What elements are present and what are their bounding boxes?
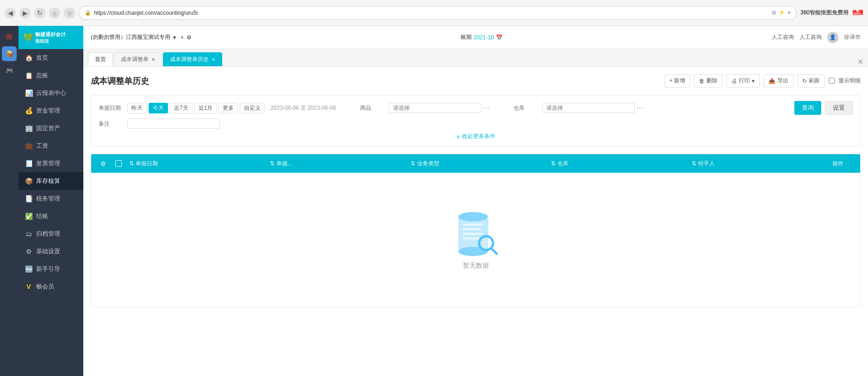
- tab-cost-adjustment-label: 成本调整单: [121, 56, 149, 63]
- user-name[interactable]: 徐译华: [844, 33, 861, 41]
- sidebar-item-tax[interactable]: 📑 税务管理: [19, 190, 83, 207]
- sidebar-item-home-label: 首页: [36, 54, 48, 62]
- new-button[interactable]: + 新增: [664, 74, 690, 88]
- date-btn-1month[interactable]: 近1月: [194, 103, 217, 113]
- home-button[interactable]: ⌂: [49, 7, 60, 19]
- table-settings-icon[interactable]: ⚙: [100, 160, 106, 167]
- th-num[interactable]: ⇅ 单据...: [266, 160, 407, 168]
- th-num-icon: ⇅: [270, 160, 275, 167]
- th-checkbox[interactable]: [112, 160, 125, 167]
- sidebar-item-inventory[interactable]: 📦 库存核算: [19, 172, 83, 190]
- print-button[interactable]: 🖨 打印 ▾: [726, 74, 760, 88]
- back-button[interactable]: ◀: [5, 7, 16, 19]
- tab-cost-adjustment-history[interactable]: 成本调整单历史 ✕: [163, 52, 222, 66]
- refresh-button[interactable]: ↻ 刷新: [797, 74, 825, 88]
- svg-rect-3: [463, 224, 483, 226]
- sidebar-item-archive[interactable]: 🗂 归档管理: [19, 225, 83, 243]
- sidebar-item-ledger[interactable]: 📋 总账: [19, 67, 83, 84]
- collapse-up-icon: ∧: [456, 133, 460, 140]
- sidebar-item-settings[interactable]: ⚙ 基础设置: [19, 243, 83, 260]
- reports-icon: 📊: [25, 89, 32, 97]
- vip-icon: V: [25, 283, 32, 290]
- empty-text: 暂无数据: [463, 262, 489, 270]
- th-num-label: 单据...: [276, 160, 292, 168]
- show-cols-checkbox-label[interactable]: 显示明细: [829, 77, 861, 85]
- settings-button[interactable]: 设置: [825, 101, 853, 115]
- date-btn-today[interactable]: 今天: [149, 103, 168, 113]
- address-bar[interactable]: 🔒 https://cloud.chanjet.com/accounting/u…: [79, 6, 797, 20]
- date-btn-yesterday[interactable]: 昨天: [127, 103, 147, 113]
- warehouse-selector: ···: [542, 103, 643, 113]
- collapse-button[interactable]: ∧ 收起更多条件: [456, 132, 495, 140]
- sidebar-item-reports[interactable]: 📊 云报表中心: [19, 84, 83, 102]
- icon-bar-game[interactable]: 🎮: [2, 63, 17, 78]
- th-warehouse[interactable]: ⇅ 仓库: [547, 160, 688, 168]
- assets-icon: 🏢: [25, 125, 32, 132]
- tab-cost-adjustment-history-close[interactable]: ✕: [212, 57, 215, 62]
- th-operator-icon: ⇅: [692, 160, 696, 167]
- tab-cost-adjustment[interactable]: 成本调整单 ✕: [114, 52, 162, 66]
- home-icon: 🏠: [25, 54, 32, 62]
- sidebar-item-funds[interactable]: 💰 资金管理: [19, 102, 83, 119]
- workspace-selector[interactable]: (勿删勿禁用）江西服宝测试专用 ▾ + ⚙: [91, 33, 192, 41]
- svg-point-2: [458, 247, 488, 256]
- workspace-dropdown-icon[interactable]: ▾: [173, 34, 176, 41]
- refresh-button[interactable]: ↻: [34, 7, 45, 19]
- goods-more-icon[interactable]: ···: [483, 104, 489, 112]
- sidebar-item-ledger-label: 总账: [36, 71, 48, 80]
- sidebar-item-invoice-label: 发票管理: [36, 159, 60, 168]
- print-icon: 🖨: [731, 78, 737, 84]
- workspace-settings-icon[interactable]: ⚙: [187, 34, 192, 41]
- forward-button[interactable]: ▶: [19, 7, 31, 19]
- close-all-tabs-button[interactable]: ✕: [857, 57, 863, 66]
- svg-line-9: [491, 248, 497, 254]
- date-btn-7days[interactable]: 近7天: [170, 103, 193, 113]
- goods-input[interactable]: [389, 103, 481, 113]
- add-workspace-icon[interactable]: +: [181, 34, 184, 41]
- collapse-label: 收起更多条件: [462, 132, 495, 140]
- th-date[interactable]: ⇅ 单据日期: [125, 160, 266, 168]
- period-selector[interactable]: 账期 2021-10 📅: [461, 33, 503, 41]
- svg-rect-5: [463, 233, 482, 235]
- tab-home[interactable]: 首页: [88, 52, 113, 66]
- sidebar-item-closing[interactable]: ✅ 结账: [19, 207, 83, 225]
- consult-label[interactable]: 人工咨询: [799, 33, 822, 41]
- sidebar-item-guide[interactable]: 🆕 新手引导: [19, 260, 83, 278]
- sidebar-item-salary[interactable]: 💼 工资: [19, 137, 83, 155]
- icon-bar-app[interactable]: 📦: [2, 46, 17, 61]
- query-button[interactable]: 查询: [794, 101, 821, 115]
- refresh-icon: ↻: [802, 78, 807, 84]
- guide-icon: 🆕: [25, 265, 32, 273]
- app-container: 微 📦 🎮 💚 畅捷通好会计 旗舰版 🏠 首页 📋 总账 📊 云报表中心 💰 资…: [0, 26, 868, 376]
- consult-link[interactable]: 人工咨询: [772, 33, 794, 41]
- icon-bar-weibo[interactable]: 微: [2, 30, 17, 44]
- warehouse-more-icon[interactable]: ···: [637, 104, 643, 112]
- table-container: ⚙ ⇅ 单据日期 ⇅ 单据... ⇅ 业务类型: [91, 154, 861, 307]
- tab-cost-adjustment-close[interactable]: ✕: [151, 57, 155, 62]
- date-btn-more[interactable]: 更多: [219, 103, 238, 113]
- export-button[interactable]: 📤 导出: [763, 74, 793, 88]
- sidebar-item-assets[interactable]: 🏢 固定资产: [19, 119, 83, 137]
- content-area: 成本调整单历史 + 新增 🗑 删除 🖨 打印 ▾ 📤 导出: [83, 67, 868, 376]
- ledger-icon: 📋: [25, 72, 32, 79]
- sidebar-logo: 💚 畅捷通好会计 旗舰版: [19, 26, 83, 49]
- select-all-checkbox[interactable]: [115, 160, 122, 167]
- sidebar-item-vip[interactable]: V 畅会员: [19, 278, 83, 295]
- date-btn-custom[interactable]: 自定义: [240, 103, 265, 113]
- sidebar: 💚 畅捷通好会计 旗舰版 🏠 首页 📋 总账 📊 云报表中心 💰 资金管理 🏢 …: [19, 26, 83, 376]
- sidebar-item-invoice[interactable]: 🧾 发票管理: [19, 155, 83, 172]
- print-dropdown-icon[interactable]: ▾: [752, 78, 755, 84]
- delete-button[interactable]: 🗑 删除: [694, 74, 723, 88]
- warehouse-input[interactable]: [542, 103, 635, 113]
- star-button[interactable]: ☆: [64, 7, 75, 19]
- th-settings[interactable]: ⚙: [95, 160, 112, 167]
- period-calendar-icon[interactable]: 📅: [496, 34, 503, 41]
- note-input[interactable]: [127, 119, 220, 129]
- show-cols-checkbox[interactable]: [829, 78, 835, 84]
- sidebar-item-home[interactable]: 🏠 首页: [19, 49, 83, 67]
- sidebar-item-closing-label: 结账: [36, 212, 48, 220]
- th-operator[interactable]: ⇅ 经手人: [688, 160, 829, 168]
- th-type[interactable]: ⇅ 业务类型: [407, 160, 548, 168]
- main-area: (勿删勿禁用）江西服宝测试专用 ▾ + ⚙ 账期 2021-10 📅 人工咨询 …: [83, 26, 868, 376]
- sidebar-item-guide-label: 新手引导: [36, 265, 60, 273]
